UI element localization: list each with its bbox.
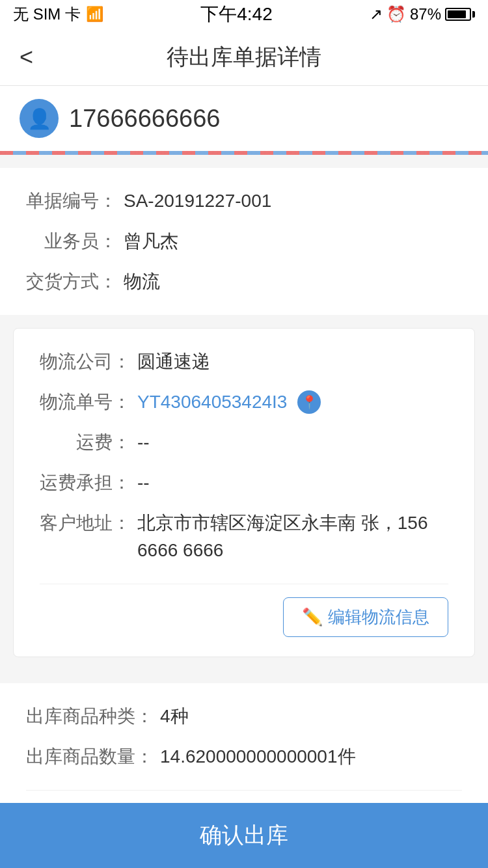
freight-row: 运费： -- [40,429,448,456]
freight-value: -- [137,429,448,456]
page-title: 待出库单据详情 [167,42,321,72]
edit-logistics-button[interactable]: ✏️ 编辑物流信息 [283,597,448,637]
product-types-value: 4种 [160,703,462,730]
confirm-bar[interactable]: 确认出库 [0,803,488,868]
address-label: 客户地址： [40,509,137,537]
tracking-row: 物流单号： YT43064053424I3 📍 [40,388,448,416]
location-pin-icon[interactable]: 📍 [297,390,321,414]
logistics-company-label: 物流公司： [40,348,137,375]
carrier-text: 无 SIM 卡 [13,4,81,25]
product-quantity-value: 14.620000000000001件 [160,743,462,770]
edit-icon: ✏️ [302,607,323,627]
address-value: 北京市市辖区海淀区永丰南 张，156 6666 6666 [137,509,448,564]
product-quantity-row: 出库商品数量： 14.620000000000001件 [26,743,462,770]
logistics-company-row: 物流公司： 圆通速递 [40,348,448,375]
address-row: 客户地址： 北京市市辖区海淀区永丰南 张，156 6666 6666 [40,509,448,564]
logistics-company-value: 圆通速递 [137,348,448,375]
wifi-icon: 📶 [86,6,103,23]
avatar-icon: 👤 [27,107,51,130]
delivery-label: 交货方式： [26,268,124,295]
tracking-value-row: YT43064053424I3 📍 [137,388,321,416]
salesman-value: 曾凡杰 [124,228,462,255]
delivery-row: 交货方式： 物流 [26,268,462,295]
product-types-label: 出库商品种类： [26,703,160,730]
logistics-info-card: 物流公司： 圆通速递 物流单号： YT43064053424I3 📍 运费： -… [13,328,475,657]
nav-bar: < 待出库单据详情 [0,29,488,86]
order-info-card: 单据编号： SA-20191227-001 业务员： 曾凡杰 交货方式： 物流 [0,168,488,315]
location-icon: ↗ [370,5,383,23]
freight-bear-value: -- [137,469,448,496]
order-no-label: 单据编号： [26,187,124,215]
order-no-row: 单据编号： SA-20191227-001 [26,187,462,215]
salesman-row: 业务员： 曾凡杰 [26,228,462,255]
battery-percent: 87% [410,5,441,23]
customer-phone: 17666666666 [69,105,220,133]
tracking-value: YT43064053424I3 [137,388,287,416]
freight-bear-row: 运费承担： -- [40,469,448,496]
status-time: 下午4:42 [200,2,273,27]
battery-icon [445,8,475,21]
order-no-value: SA-20191227-001 [124,187,462,215]
section-divider [0,657,488,670]
freight-label: 运费： [40,429,137,456]
status-bar: 无 SIM 卡 📶 下午4:42 ↗ ⏰ 87% [0,0,488,29]
customer-section: 👤 17666666666 [0,86,488,151]
salesman-label: 业务员： [26,228,124,255]
status-left: 无 SIM 卡 📶 [13,4,103,25]
edit-label: 编辑物流信息 [328,606,429,629]
product-types-row: 出库商品种类： 4种 [26,703,462,730]
product-quantity-label: 出库商品数量： [26,743,160,770]
delivery-value: 物流 [124,268,462,295]
tracking-label: 物流单号： [40,388,137,416]
alarm-icon: ⏰ [386,5,406,23]
dashed-separator [0,151,488,155]
confirm-button-label: 确认出库 [200,821,288,850]
back-button[interactable]: < [13,37,40,77]
edit-btn-row: ✏️ 编辑物流信息 [40,584,448,637]
freight-bear-label: 运费承担： [40,469,137,496]
status-right: ↗ ⏰ 87% [370,5,475,23]
avatar: 👤 [20,99,59,138]
